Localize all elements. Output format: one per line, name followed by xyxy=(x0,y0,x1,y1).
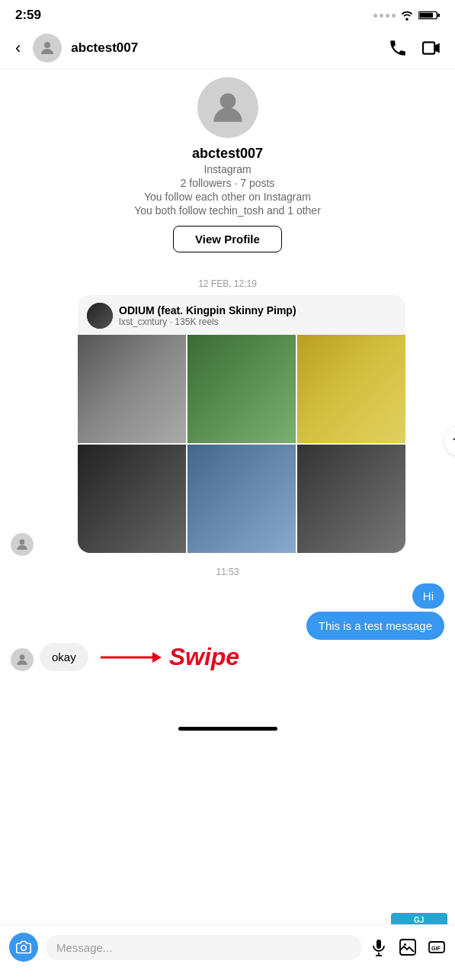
reel-thumb xyxy=(87,303,113,329)
reel-header: ODIUM (feat. Kingpin Skinny Pimp) lxst_c… xyxy=(78,295,405,335)
input-action-icons: GIF xyxy=(370,938,446,956)
reel-card[interactable]: ODIUM (feat. Kingpin Skinny Pimp) lxst_c… xyxy=(78,295,405,553)
share-reel-button[interactable] xyxy=(444,426,455,456)
profile-stats: 2 followers · 7 posts xyxy=(181,177,275,189)
swipe-label: Swipe xyxy=(169,643,239,671)
receiver-avatar xyxy=(11,648,34,671)
header-actions xyxy=(388,38,443,58)
svg-point-3 xyxy=(44,42,50,48)
svg-text:GIF: GIF xyxy=(431,946,441,951)
profile-platform: Instagram xyxy=(203,163,251,175)
reel-grid-cell-5 xyxy=(187,445,296,553)
svg-point-10 xyxy=(21,946,27,951)
back-button[interactable]: ‹ xyxy=(12,35,24,61)
wifi-icon xyxy=(400,10,414,21)
video-call-button[interactable] xyxy=(421,38,443,58)
profile-avatar xyxy=(197,77,258,138)
timestamp-2: 11:53 xyxy=(11,567,444,577)
reel-info: ODIUM (feat. Kingpin Skinny Pimp) lxst_c… xyxy=(119,304,296,327)
svg-rect-1 xyxy=(419,13,433,18)
sender-avatar-reel xyxy=(11,533,34,556)
svg-marker-9 xyxy=(152,652,162,663)
view-profile-button[interactable]: View Profile xyxy=(173,226,282,252)
reel-title: ODIUM (feat. Kingpin Skinny Pimp) xyxy=(119,304,296,316)
received-message-okay: okay xyxy=(40,643,88,671)
reel-message-row: ODIUM (feat. Kingpin Skinny Pimp) lxst_c… xyxy=(11,295,444,556)
reel-grid-cell-4 xyxy=(78,445,186,553)
header-avatar xyxy=(33,34,62,63)
svg-rect-11 xyxy=(376,940,381,949)
header-username[interactable]: abctest007 xyxy=(71,40,379,56)
svg-point-7 xyxy=(20,654,25,660)
home-indicator xyxy=(178,727,277,731)
gif-icon[interactable]: GIF xyxy=(428,938,446,956)
swipe-annotation: Swipe xyxy=(101,643,239,671)
signal-icon xyxy=(373,14,396,18)
message-input[interactable]: Message... xyxy=(46,935,362,960)
status-time: 2:59 xyxy=(15,8,41,23)
svg-rect-2 xyxy=(437,14,440,18)
chat-header: ‹ abctest007 xyxy=(0,27,455,69)
svg-rect-4 xyxy=(423,42,434,53)
home-indicator-area xyxy=(0,676,455,737)
reel-grid-cell-6 xyxy=(297,445,405,553)
gallery-icon[interactable] xyxy=(399,938,417,956)
timestamp-1: 12 FEB, 12:19 xyxy=(11,278,444,289)
status-icons xyxy=(373,10,440,21)
sent-message-hi: Hi xyxy=(412,583,444,609)
profile-section: abctest007 Instagram 2 followers · 7 pos… xyxy=(0,69,455,268)
camera-button[interactable] xyxy=(9,933,38,962)
sent-messages: Hi This is a test message xyxy=(11,583,444,643)
call-button[interactable] xyxy=(388,38,408,58)
status-bar: 2:59 xyxy=(0,0,455,27)
reel-grid-cell-1 xyxy=(78,335,186,443)
profile-username: abctest007 xyxy=(192,146,263,162)
reel-sub: lxst_cxntury · 135K reels xyxy=(119,316,296,327)
input-bar: Message... GIF xyxy=(0,924,455,980)
swipe-arrow-icon xyxy=(101,648,162,667)
battery-icon xyxy=(418,10,440,21)
watermark-logo: GJ xyxy=(396,916,444,925)
profile-mutual2: You both follow techin_tosh and 1 other xyxy=(134,204,321,217)
mic-icon[interactable] xyxy=(370,938,388,956)
received-message-row: okay Swipe xyxy=(11,643,444,671)
reel-grid-cell-3 xyxy=(297,335,405,443)
sent-message-test: This is a test message xyxy=(306,612,444,640)
reel-grid-cell-2 xyxy=(187,335,296,443)
svg-point-15 xyxy=(404,943,406,946)
profile-mutual1: You follow each other on Instagram xyxy=(144,191,311,203)
svg-point-6 xyxy=(20,539,25,545)
svg-point-5 xyxy=(219,93,236,109)
reel-grid xyxy=(78,335,405,553)
chat-area: 12 FEB, 12:19 ODIUM (feat. Kingpin Skinn… xyxy=(0,278,455,671)
